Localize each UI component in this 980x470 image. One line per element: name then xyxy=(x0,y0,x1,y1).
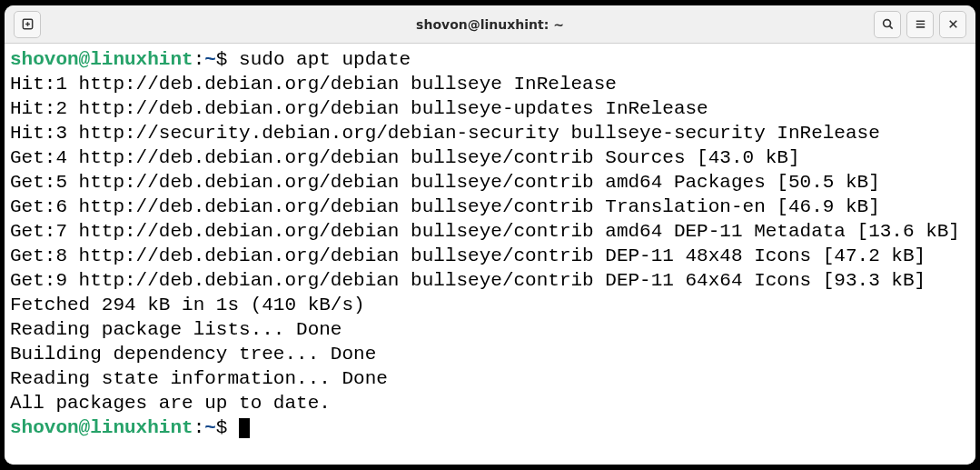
search-button[interactable] xyxy=(874,11,901,38)
window-title: shovon@linuxhint: ~ xyxy=(416,17,564,32)
search-icon xyxy=(881,17,895,31)
titlebar: shovon@linuxhint: ~ xyxy=(5,5,975,44)
new-tab-icon xyxy=(21,17,35,31)
close-icon xyxy=(946,17,960,31)
prompt-user-host-2: shovon@linuxhint xyxy=(10,417,193,438)
close-button[interactable] xyxy=(939,11,966,38)
hamburger-icon xyxy=(914,17,927,31)
new-tab-button[interactable] xyxy=(14,11,41,38)
svg-point-3 xyxy=(883,20,890,27)
cursor xyxy=(239,418,250,438)
prompt-symbol: $ xyxy=(216,49,228,70)
prompt-path: ~ xyxy=(204,49,216,70)
command-text: sudo apt update xyxy=(239,49,411,70)
prompt-symbol-2: $ xyxy=(216,417,228,438)
menu-button[interactable] xyxy=(906,11,934,38)
prompt-colon: : xyxy=(193,49,205,70)
prompt-path-2: ~ xyxy=(204,417,216,438)
prompt-colon-2: : xyxy=(193,417,205,438)
svg-line-4 xyxy=(889,26,892,29)
prompt-user-host: shovon@linuxhint xyxy=(10,49,193,70)
terminal-window: shovon@linuxhint: ~ xyxy=(5,5,975,465)
terminal-output: Hit:1 http://deb.debian.org/debian bulls… xyxy=(10,74,960,414)
terminal-body[interactable]: shovon@linuxhint:~$ sudo apt update Hit:… xyxy=(5,44,975,465)
